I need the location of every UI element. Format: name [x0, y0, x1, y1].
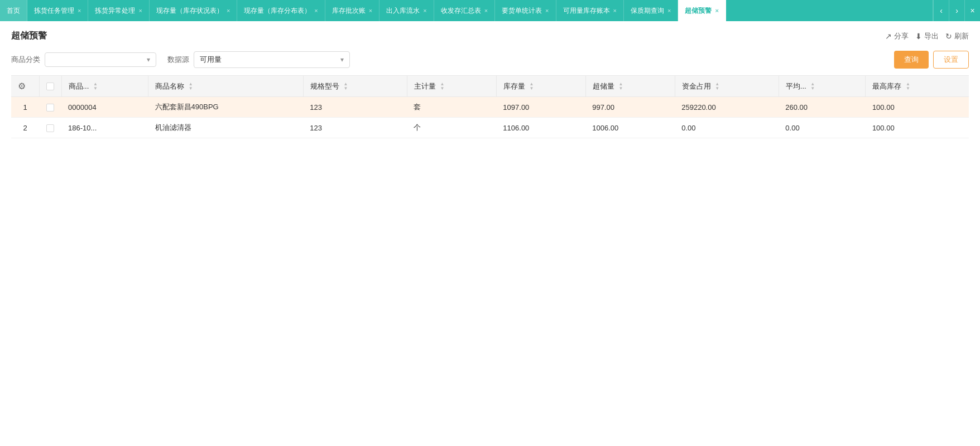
nav-item[interactable]: 拣货任务管理× [27, 0, 88, 21]
unit-cell: 个 [407, 118, 496, 138]
sort-icon-stock: ▲▼ [529, 82, 534, 91]
col-overstock-header[interactable]: 超储量 ▲▼ [585, 76, 675, 97]
nav-close-icon[interactable]: × [138, 7, 142, 14]
product-code-cell: 0000004 [61, 97, 148, 118]
col-product-code-header[interactable]: 商品... ▲▼ [61, 76, 148, 97]
datasource-chevron-icon: ▾ [340, 56, 344, 64]
refresh-icon: ↻ [945, 32, 952, 41]
col-spec-header[interactable]: 规格型号 ▲▼ [303, 76, 407, 97]
nav-item[interactable]: 可用量库存账本× [556, 0, 624, 21]
table-container: ⚙ 商品... ▲▼ 商品名称 ▲▼ 规格型号 ▲▼ [11, 75, 969, 138]
col-unit-header[interactable]: 主计量 ▲▼ [407, 76, 496, 97]
row-checkbox-cell [39, 118, 61, 138]
nav-item[interactable]: 收发存汇总表× [434, 0, 495, 21]
nav-item[interactable]: 现存量（库存分布表）× [237, 0, 325, 21]
nav-item-label: 库存批次账 [332, 6, 366, 16]
header-actions: ↗ 分享 ⬇ 导出 ↻ 刷新 [885, 31, 969, 41]
export-button[interactable]: ⬇ 导出 [915, 31, 939, 41]
share-button[interactable]: ↗ 分享 [885, 31, 909, 41]
export-icon: ⬇ [915, 32, 922, 41]
sort-icon-unit: ▲▼ [440, 82, 445, 91]
nav-item-label: 要货单统计表 [502, 6, 542, 16]
page-header: 超储预警 ↗ 分享 ⬇ 导出 ↻ 刷新 [11, 30, 969, 42]
nav-next-btn[interactable]: › [949, 0, 964, 21]
nav-item-label: 出入库流水 [386, 6, 420, 16]
stock-cell: 1097.00 [496, 97, 585, 118]
sort-icon-avg: ▲▼ [810, 82, 815, 91]
nav-item-label: 保质期查询 [631, 6, 664, 16]
nav-item[interactable]: 保质期查询× [624, 0, 678, 21]
nav-item[interactable]: 出入库流水× [379, 0, 434, 21]
category-chevron-icon: ▾ [147, 56, 150, 64]
category-select[interactable]: ▾ [45, 52, 156, 67]
settings-button[interactable]: 设置 [933, 51, 969, 69]
nav-item[interactable]: 拣货异常处理× [88, 0, 149, 21]
nav-item-label: 可用量库存账本 [563, 6, 610, 16]
spec-cell: 123 [303, 118, 407, 138]
sort-icon-capital: ▲▼ [715, 82, 719, 91]
nav-close-icon[interactable]: × [613, 7, 617, 14]
avg-cell: 0.00 [779, 118, 866, 138]
stock-cell: 1106.00 [496, 118, 585, 138]
nav-item[interactable]: 超储预警× [678, 0, 726, 21]
col-gear: ⚙ [11, 76, 39, 97]
capital-cell: 259220.00 [675, 97, 779, 118]
page-title: 超储预警 [11, 30, 47, 42]
unit-cell: 套 [407, 97, 496, 118]
product-name-cell: 六配套新昌490BPG [148, 97, 304, 118]
nav-item-label: 拣货任务管理 [34, 6, 74, 16]
nav-close-icon[interactable]: × [667, 7, 671, 14]
nav-close-btn[interactable]: × [964, 0, 980, 21]
overstock-cell: 1006.00 [585, 118, 675, 138]
nav-item-label: 现存量（库存分布表） [244, 6, 311, 16]
content-area: 超储预警 ↗ 分享 ⬇ 导出 ↻ 刷新 商品分类 ▾ 数据源 [0, 21, 980, 446]
sort-icon-name: ▲▼ [189, 82, 193, 91]
nav-item[interactable]: 要货单统计表× [495, 0, 556, 21]
nav-close-icon[interactable]: × [545, 7, 549, 14]
col-capital-header[interactable]: 资金占用 ▲▼ [675, 76, 779, 97]
refresh-button[interactable]: ↻ 刷新 [945, 31, 969, 41]
header-checkbox[interactable] [46, 83, 54, 90]
nav-prev-btn[interactable]: ‹ [933, 0, 949, 21]
nav-close-icon[interactable]: × [78, 7, 81, 14]
capital-cell: 0.00 [675, 118, 779, 138]
spec-cell: 123 [303, 97, 407, 118]
data-table: ⚙ 商品... ▲▼ 商品名称 ▲▼ 规格型号 ▲▼ [11, 75, 969, 138]
col-max-stock-header[interactable]: 最高库存 ▲▼ [866, 76, 969, 97]
nav-close-icon[interactable]: × [423, 7, 426, 14]
row-checkbox-cell [39, 97, 61, 118]
sort-icon-overstock: ▲▼ [618, 82, 623, 91]
product-code-cell: 186-10... [61, 118, 148, 138]
filter-bar: 商品分类 ▾ 数据源 可用量 ▾ 查询 设置 [11, 51, 969, 69]
nav-close-icon[interactable]: × [369, 7, 372, 14]
share-icon: ↗ [885, 32, 892, 41]
nav-item[interactable]: 库存批次账× [325, 0, 379, 21]
nav-close-icon[interactable]: × [227, 7, 230, 14]
category-label: 商品分类 [11, 55, 40, 65]
row-checkbox[interactable] [46, 124, 54, 132]
nav-close-icon[interactable]: × [715, 7, 718, 14]
nav-close-icon[interactable]: × [314, 7, 318, 14]
query-button[interactable]: 查询 [894, 51, 929, 69]
datasource-filter-group: 数据源 可用量 ▾ [167, 51, 350, 68]
sort-icon-spec: ▲▼ [343, 82, 348, 91]
max-stock-cell: 100.00 [866, 118, 969, 138]
col-avg-header[interactable]: 平均... ▲▼ [779, 76, 866, 97]
nav-item[interactable]: 首页 [0, 0, 27, 21]
nav-item-label: 首页 [7, 6, 20, 16]
table-row: 10000004六配套新昌490BPG123套1097.00997.002592… [11, 97, 969, 118]
filter-actions: 查询 设置 [894, 51, 969, 69]
nav-item-label: 收发存汇总表 [441, 6, 481, 16]
datasource-label: 数据源 [167, 55, 189, 65]
gear-settings-icon[interactable]: ⚙ [18, 81, 26, 91]
max-stock-cell: 100.00 [866, 97, 969, 118]
datasource-select[interactable]: 可用量 ▾ [194, 51, 350, 68]
nav-right-controls: ‹ › × [933, 0, 980, 21]
table-header-row: ⚙ 商品... ▲▼ 商品名称 ▲▼ 规格型号 ▲▼ [11, 76, 969, 97]
row-index: 1 [11, 97, 39, 118]
nav-item[interactable]: 现存量（库存状况表）× [150, 0, 237, 21]
nav-close-icon[interactable]: × [484, 7, 488, 14]
row-checkbox[interactable] [46, 104, 54, 112]
col-stock-header[interactable]: 库存量 ▲▼ [496, 76, 585, 97]
col-product-name-header[interactable]: 商品名称 ▲▼ [148, 76, 304, 97]
